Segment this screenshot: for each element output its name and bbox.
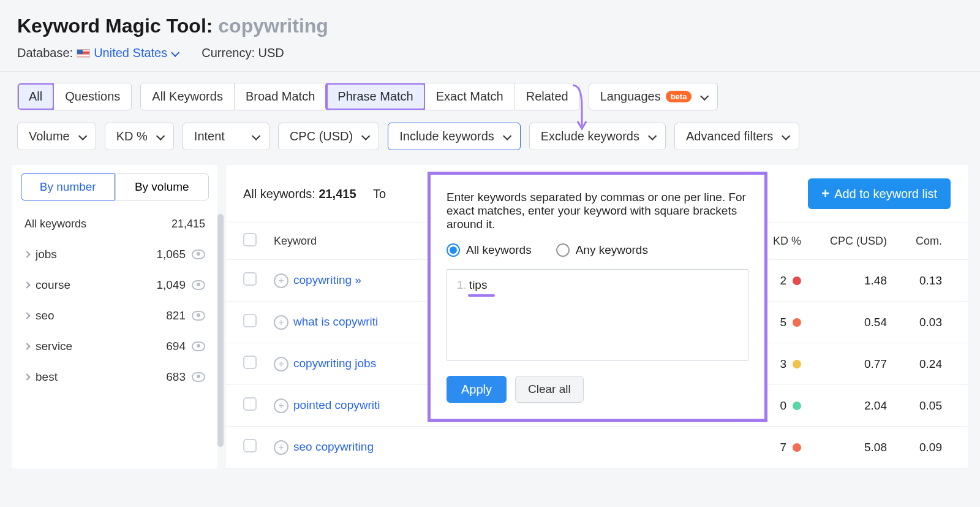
highlight-underline bbox=[468, 294, 495, 297]
chevron-right-icon bbox=[23, 343, 30, 349]
page-header: Keyword Magic Tool: copywriting Database… bbox=[0, 0, 980, 72]
radio-icon bbox=[447, 243, 460, 257]
row-checkbox[interactable] bbox=[243, 314, 257, 327]
page-title: Keyword Magic Tool: copywriting bbox=[17, 15, 328, 37]
sidebar-item-jobs[interactable]: jobs 1,065 bbox=[12, 239, 217, 270]
chevron-down-icon bbox=[153, 129, 162, 143]
select-all-checkbox[interactable] bbox=[243, 233, 257, 246]
toolbar: All Questions All Keywords Broad Match P… bbox=[0, 72, 980, 156]
add-to-keyword-list-button[interactable]: + Add to keyword list bbox=[808, 178, 951, 209]
col-cpc[interactable]: CPC (USD) bbox=[810, 223, 895, 260]
tab-exact-match[interactable]: Exact Match bbox=[425, 83, 515, 110]
plus-icon: + bbox=[821, 186, 829, 202]
sidebar-item-seo[interactable]: seo 821 bbox=[12, 300, 217, 331]
tab-related[interactable]: Related bbox=[515, 83, 579, 110]
database-selector[interactable]: Database: United States bbox=[17, 46, 177, 60]
sidebar-all-keywords[interactable]: All keywords 21,415 bbox=[12, 209, 217, 239]
tab-phrase-match[interactable]: Phrase Match bbox=[326, 83, 424, 110]
sidebar-item-best[interactable]: best 683 bbox=[12, 362, 217, 392]
sidebar-item-count: 1,049 bbox=[156, 278, 186, 292]
chevron-down-icon bbox=[696, 90, 706, 104]
radio-any-keywords[interactable]: Any keywords bbox=[556, 243, 648, 257]
filter-advanced[interactable]: Advanced filters bbox=[674, 123, 799, 150]
segment-all-questions: All Questions bbox=[17, 83, 132, 110]
sidebar-item-count: 683 bbox=[166, 370, 186, 384]
popup-instructions: Enter keywords separated by commas or on… bbox=[447, 191, 748, 231]
sidebar-item-service[interactable]: service 694 bbox=[12, 331, 217, 362]
eye-icon[interactable] bbox=[192, 341, 205, 351]
sidebar-item-label: service bbox=[36, 340, 72, 353]
eye-icon[interactable] bbox=[192, 372, 205, 382]
add-circle-icon[interactable]: + bbox=[274, 273, 288, 288]
sidebar-item-course[interactable]: course 1,049 bbox=[12, 270, 217, 300]
currency-label: Currency: bbox=[202, 46, 255, 59]
kd-dot-icon bbox=[793, 402, 801, 410]
keyword-mode-radios: All keywords Any keywords bbox=[447, 243, 748, 257]
us-flag-icon bbox=[77, 49, 90, 58]
add-circle-icon[interactable]: + bbox=[274, 440, 288, 455]
eye-icon[interactable] bbox=[192, 250, 205, 259]
tab-by-volume[interactable]: By volume bbox=[115, 173, 209, 200]
add-circle-icon[interactable]: + bbox=[274, 398, 288, 413]
apply-button[interactable]: Apply bbox=[447, 376, 507, 403]
languages-dropdown[interactable]: Languages beta bbox=[589, 83, 718, 110]
sidebar-item-label: seo bbox=[36, 309, 55, 322]
keyword-group-list: jobs 1,065 course 1,049 seo 821 service … bbox=[12, 239, 217, 392]
filter-volume[interactable]: Volume bbox=[17, 123, 96, 150]
languages-label: Languages bbox=[600, 90, 661, 104]
chevron-down-icon bbox=[499, 129, 509, 143]
filter-include-keywords[interactable]: Include keywords bbox=[388, 123, 521, 150]
filter-cpc[interactable]: CPC (USD) bbox=[278, 123, 379, 150]
tab-broad-match[interactable]: Broad Match bbox=[235, 83, 326, 110]
chevron-right-icon bbox=[23, 281, 30, 288]
keywords-textarea[interactable]: 1.tips bbox=[447, 269, 748, 361]
tab-questions[interactable]: Questions bbox=[54, 83, 131, 110]
sidebar-scrollbar[interactable] bbox=[217, 214, 224, 447]
keyword-link[interactable]: copywriting » bbox=[293, 273, 361, 286]
tab-all-keywords[interactable]: All Keywords bbox=[141, 83, 235, 110]
chevron-down-icon bbox=[248, 129, 258, 143]
chevron-right-icon bbox=[23, 312, 30, 319]
keyword-link[interactable]: pointed copywriti bbox=[293, 398, 380, 411]
chevron-down-icon bbox=[644, 129, 654, 143]
add-circle-icon[interactable]: + bbox=[274, 315, 288, 330]
radio-icon bbox=[556, 243, 570, 257]
radio-all-keywords[interactable]: All keywords bbox=[447, 243, 532, 257]
currency-display: Currency: USD bbox=[202, 46, 284, 60]
keyword-link[interactable]: copywriting jobs bbox=[293, 357, 376, 370]
eye-icon[interactable] bbox=[192, 311, 205, 321]
kd-dot-icon bbox=[793, 443, 801, 452]
sidebar-sort-tabs: By number By volume bbox=[12, 165, 217, 209]
popup-actions: Apply Clear all bbox=[447, 376, 748, 403]
title-row: Keyword Magic Tool: copywriting bbox=[17, 15, 963, 37]
chevron-down-icon bbox=[778, 129, 788, 143]
all-keywords-count: 21,415 bbox=[172, 218, 205, 231]
kd-dot-icon bbox=[793, 360, 801, 368]
currency-value: USD bbox=[258, 46, 284, 59]
filter-kd[interactable]: KD % bbox=[105, 123, 174, 150]
filter-intent[interactable]: Intent bbox=[183, 123, 270, 150]
keyword-entry: tips bbox=[469, 278, 488, 291]
eye-icon[interactable] bbox=[192, 280, 205, 290]
database-value[interactable]: United States bbox=[94, 46, 177, 60]
match-type-row: All Questions All Keywords Broad Match P… bbox=[17, 83, 963, 110]
tab-by-number[interactable]: By number bbox=[21, 173, 115, 200]
row-checkbox[interactable] bbox=[243, 439, 257, 452]
tab-all[interactable]: All bbox=[18, 83, 54, 110]
row-checkbox[interactable] bbox=[243, 272, 257, 286]
keyword-link[interactable]: seo copywriting bbox=[293, 440, 374, 453]
clear-all-button[interactable]: Clear all bbox=[515, 376, 584, 403]
search-query: copywriting bbox=[218, 15, 328, 37]
sidebar-item-count: 821 bbox=[166, 309, 186, 322]
col-com[interactable]: Com. bbox=[895, 223, 951, 260]
chevron-right-icon bbox=[23, 373, 30, 380]
row-checkbox[interactable] bbox=[243, 397, 257, 411]
chevron-right-icon bbox=[23, 251, 30, 257]
filter-exclude-keywords[interactable]: Exclude keywords bbox=[529, 123, 666, 150]
sidebar: By number By volume All keywords 21,415 … bbox=[12, 165, 217, 468]
add-circle-icon[interactable]: + bbox=[274, 357, 288, 372]
keyword-link[interactable]: what is copywriti bbox=[293, 315, 378, 328]
row-checkbox[interactable] bbox=[243, 356, 257, 369]
all-keywords-summary: All keywords: 21,415 To bbox=[243, 187, 386, 201]
chevron-down-icon bbox=[358, 129, 368, 143]
